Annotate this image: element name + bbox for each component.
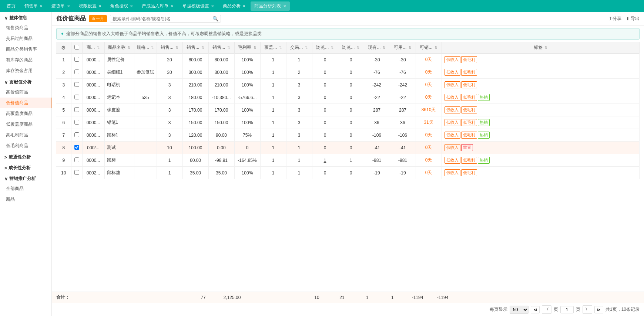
close-products-icon[interactable]: ✕ — [171, 4, 174, 8]
close-analysis-icon[interactable]: ✕ — [242, 4, 245, 8]
last-page-button[interactable]: ⊳ — [594, 306, 603, 313]
row-view1[interactable]: 0 — [312, 79, 338, 91]
th-gear[interactable]: ⚙ — [56, 42, 71, 54]
prev-page-button[interactable]: 〈 — [542, 305, 551, 314]
row-view1[interactable]: 0 — [312, 167, 338, 179]
row-tags: 低收入低毛利 — [442, 104, 640, 116]
row-check[interactable] — [71, 142, 82, 154]
row-checkbox[interactable] — [74, 69, 79, 74]
nav-sales[interactable]: 销售单 ✕ — [21, 1, 46, 11]
nav-roles[interactable]: 角色授权 ✕ — [107, 1, 137, 11]
row-view1[interactable]: 0 — [312, 129, 338, 142]
per-page-select[interactable]: 50 100 — [510, 306, 529, 314]
close-purchase-icon[interactable]: ✕ — [67, 4, 70, 8]
th-view2[interactable]: 浏览... ⇅ — [338, 42, 364, 54]
th-current[interactable]: 现有... ⇅ — [364, 42, 390, 54]
sidebar-item-all-products[interactable]: 全部商品 — [0, 183, 51, 194]
sidebar-item-traded[interactable]: 交易过的商品 — [0, 33, 51, 44]
page-label-end: 页 — [576, 306, 580, 313]
th-view1[interactable]: 浏览... ⇅ — [312, 42, 338, 54]
row-checkbox[interactable] — [74, 95, 79, 99]
row-checkbox[interactable] — [74, 120, 79, 125]
sidebar-item-low-margin[interactable]: 低毛利商品 — [0, 140, 51, 151]
row-check[interactable] — [71, 91, 82, 104]
row-checkbox[interactable] — [74, 132, 79, 137]
row-checkbox[interactable] — [74, 57, 79, 62]
sidebar-item-low-value[interactable]: 低价值商品 — [0, 98, 51, 108]
th-code[interactable]: 商... ⇅ — [82, 42, 104, 54]
settings-icon[interactable]: ⚙ — [61, 45, 66, 51]
sidebar-item-high-margin[interactable]: 高毛利商品 — [0, 130, 51, 140]
th-tags[interactable]: 标签 ⇅ — [442, 42, 640, 54]
sidebar-group-growth[interactable]: > 成长性分析 — [0, 162, 51, 173]
search-icon[interactable]: 🔍 — [212, 16, 218, 21]
sidebar-group-contribution[interactable]: ∨ 贡献值分析 — [0, 76, 51, 87]
share-button[interactable]: ⤴ 分享 — [609, 16, 621, 22]
th-sale2[interactable]: 销售... ⇅ — [182, 42, 208, 54]
th-cover[interactable]: 覆盖... ⇅ — [260, 42, 286, 54]
sidebar-item-high-coverage[interactable]: 高覆盖度商品 — [0, 108, 51, 119]
row-check[interactable] — [71, 79, 82, 91]
nav-products[interactable]: 产成品入库单 ✕ — [138, 1, 177, 11]
sidebar-item-inventory[interactable]: 有库存的商品 — [0, 55, 51, 65]
row-checkbox[interactable] — [74, 107, 79, 112]
row-checkbox[interactable] — [74, 145, 79, 150]
close-analysis-list-icon[interactable]: ✕ — [283, 4, 286, 8]
row-checkbox[interactable] — [74, 82, 79, 87]
row-view1[interactable]: 0 — [312, 116, 338, 129]
th-sale1[interactable]: 销售... ⇅ — [157, 42, 182, 54]
sidebar-item-high-value[interactable]: 高价值商品 — [0, 87, 51, 98]
row-check[interactable] — [71, 167, 82, 179]
row-view1[interactable]: 0 — [312, 54, 338, 66]
close-permissions-icon[interactable]: ✕ — [98, 4, 101, 8]
time-tag-button[interactable]: 近一月 — [89, 15, 107, 22]
row-num: 5 — [56, 104, 71, 116]
select-all-checkbox[interactable] — [74, 45, 79, 50]
th-sale3[interactable]: 销售... ⇅ — [208, 42, 234, 54]
row-checkbox[interactable] — [74, 170, 79, 175]
page-number-input[interactable] — [560, 306, 574, 313]
row-view1[interactable]: 0 — [312, 142, 338, 154]
close-roles-icon[interactable]: ✕ — [130, 4, 133, 8]
th-spec[interactable]: 规格... ⇅ — [134, 42, 157, 54]
nav-home[interactable]: 首页 — [3, 1, 19, 11]
row-check[interactable] — [71, 116, 82, 129]
nav-permissions[interactable]: 权限设置 ✕ — [75, 1, 105, 11]
sidebar-group-marketing[interactable]: ∨ 营销推广分析 — [0, 173, 51, 183]
close-sales-icon[interactable]: ✕ — [40, 4, 43, 8]
row-view1[interactable]: 0 — [312, 66, 338, 79]
close-template-icon[interactable]: ✕ — [211, 4, 214, 8]
nav-analysis-list[interactable]: 商品分析列表 ✕ — [251, 1, 289, 11]
row-check[interactable] — [71, 104, 82, 116]
search-input[interactable] — [113, 16, 211, 21]
top-navigation: 首页 销售单 ✕ 进货单 ✕ 权限设置 ✕ 角色授权 ✕ 产成品入库单 ✕ 单据… — [0, 0, 644, 12]
nav-purchase[interactable]: 进货单 ✕ — [48, 1, 73, 11]
th-available[interactable]: 可用... ⇅ — [390, 42, 416, 54]
sidebar-item-category-rate[interactable]: 商品分类销售率 — [0, 44, 51, 55]
tag-低收入: 低收入 — [445, 157, 460, 164]
th-profit-rate[interactable]: 毛利率 ⇅ — [234, 42, 260, 54]
th-name[interactable]: 商品名称 ⇅ — [104, 42, 134, 54]
nav-analysis[interactable]: 商品分析 ✕ — [219, 1, 249, 11]
sidebar-item-low-coverage[interactable]: 低覆盖度商品 — [0, 119, 51, 130]
row-view1[interactable]: 0 — [312, 91, 338, 104]
th-saleable[interactable]: 可销... ⇅ — [416, 42, 442, 54]
first-page-button[interactable]: ⊲ — [531, 306, 540, 313]
sidebar-group-overall[interactable]: ∨ 整体信息 — [0, 12, 51, 23]
sidebar-item-sales-products[interactable]: 销售类商品 — [0, 23, 51, 33]
th-check[interactable] — [71, 42, 82, 54]
sidebar-group-circulation[interactable]: > 流通性分析 — [0, 151, 51, 162]
export-button[interactable]: ⬆ 导出 — [626, 16, 640, 22]
row-check[interactable] — [71, 66, 82, 79]
sidebar-item-capital[interactable]: 库存资金占用 — [0, 65, 51, 76]
row-check[interactable] — [71, 154, 82, 167]
th-trade[interactable]: 交易... ⇅ — [286, 42, 312, 54]
row-check[interactable] — [71, 129, 82, 142]
row-view1[interactable]: 1 — [312, 154, 338, 167]
next-page-button[interactable]: 〉 — [583, 305, 592, 314]
row-view1[interactable]: 0 — [312, 104, 338, 116]
nav-template[interactable]: 单据模板设置 ✕ — [179, 1, 218, 11]
sidebar-item-new-products[interactable]: 新品 — [0, 194, 51, 205]
row-check[interactable] — [71, 54, 82, 66]
row-checkbox[interactable] — [74, 157, 79, 162]
